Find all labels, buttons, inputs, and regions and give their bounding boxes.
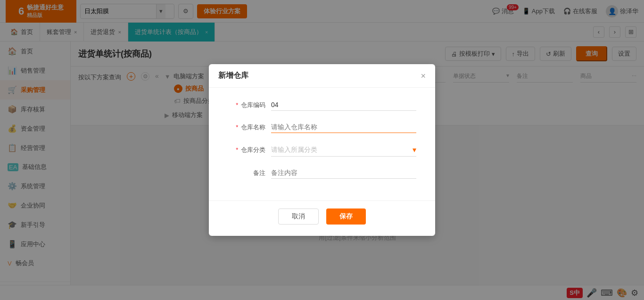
form-row-code: * 仓库编码 [228, 99, 416, 111]
code-label: * 仓库编码 [228, 101, 265, 109]
remark-input[interactable] [271, 167, 416, 179]
remark-label: 备注 [228, 169, 265, 177]
dialog-close-button[interactable]: × [421, 72, 426, 80]
category-placeholder: 请输入所属分类 [271, 146, 317, 154]
form-row-name: * 仓库名称 [228, 121, 416, 133]
add-warehouse-dialog: 新增仓库 × * 仓库编码 * 仓库名称 [209, 64, 435, 236]
dialog-title: 新增仓库 [218, 71, 248, 81]
category-dropdown-icon: ▾ [413, 145, 416, 154]
dialog-body: * 仓库编码 * 仓库名称 * 仓库分类 请输入所属 [209, 88, 435, 200]
dialog-footer: 取消 保存 [209, 200, 435, 236]
code-input[interactable] [271, 99, 416, 111]
cancel-button[interactable]: 取消 [278, 208, 319, 225]
save-button[interactable]: 保存 [326, 208, 366, 225]
dialog-header: 新增仓库 × [209, 64, 435, 88]
name-input[interactable] [271, 121, 416, 133]
modal-overlay: 新增仓库 × * 仓库编码 * 仓库名称 [0, 0, 644, 300]
category-select[interactable]: 请输入所属分类 ▾ [271, 143, 416, 157]
category-label: * 仓库分类 [228, 146, 265, 154]
name-label: * 仓库名称 [228, 123, 265, 132]
form-row-remark: 备注 [228, 167, 416, 179]
form-row-category: * 仓库分类 请输入所属分类 ▾ [228, 143, 416, 157]
